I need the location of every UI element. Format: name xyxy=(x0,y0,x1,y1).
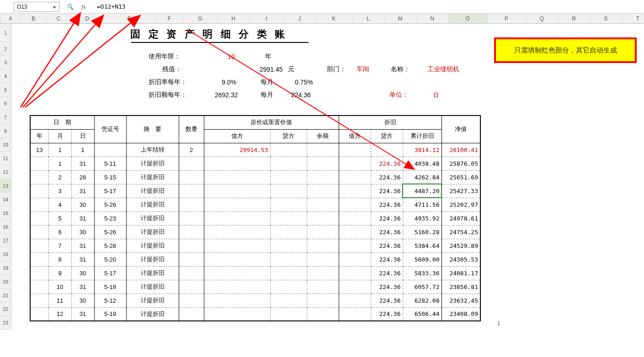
cell-bal[interactable] xyxy=(307,170,339,184)
column-header-I[interactable]: I xyxy=(250,14,284,23)
cell-m[interactable]: 5 xyxy=(48,211,71,225)
cell-v[interactable]: 5-26 xyxy=(94,198,126,211)
cell-q[interactable] xyxy=(179,266,204,280)
cell-dd[interactable] xyxy=(339,252,371,266)
column-header-K[interactable]: K xyxy=(316,14,352,23)
cell-v[interactable]: 5-12 xyxy=(94,294,126,307)
cell-cr[interactable] xyxy=(270,157,307,170)
cell-s[interactable]: 计提折旧 xyxy=(126,307,179,321)
cell-acc[interactable]: 4487.20 xyxy=(403,184,442,198)
cell-m[interactable]: 3 xyxy=(48,184,71,198)
cell-bal[interactable] xyxy=(307,280,339,294)
cell-y[interactable] xyxy=(30,280,48,294)
cell-d[interactable]: 30 xyxy=(71,225,94,239)
cell-m[interactable]: 2 xyxy=(48,170,71,184)
cell-db[interactable] xyxy=(204,157,270,170)
cell-acc[interactable]: 3814.12 xyxy=(403,143,442,157)
cell-dc[interactable]: 224.36 xyxy=(371,198,403,211)
column-header-N[interactable]: N xyxy=(416,14,448,23)
cell-bal[interactable] xyxy=(307,294,339,307)
cell-bal[interactable] xyxy=(307,266,339,280)
column-header-L[interactable]: L xyxy=(352,14,384,23)
cell-db[interactable] xyxy=(204,184,270,198)
cell-dd[interactable] xyxy=(339,198,371,211)
table-row[interactable]: 1315-11计提折旧224.364038.4825876.05 xyxy=(30,157,480,170)
cell-nv[interactable]: 25202.97 xyxy=(442,198,480,211)
cell-s[interactable]: 计提折旧 xyxy=(126,239,179,252)
row-header-1[interactable]: 1 xyxy=(0,24,11,42)
cell-acc[interactable]: 4262.84 xyxy=(403,170,442,184)
cell-q[interactable] xyxy=(179,307,204,321)
cell-nv[interactable]: 23408.09 xyxy=(442,307,480,321)
cell-q[interactable] xyxy=(179,157,204,170)
cell-bal[interactable] xyxy=(307,239,339,252)
cell-s[interactable]: 计提折旧 xyxy=(126,280,179,294)
cell-cr[interactable] xyxy=(270,280,307,294)
cell-v[interactable]: 5-28 xyxy=(94,239,126,252)
cell-cr[interactable] xyxy=(270,225,307,239)
cell-d[interactable]: 28 xyxy=(71,170,94,184)
cell-dd[interactable] xyxy=(339,225,371,239)
column-header-D[interactable]: D xyxy=(71,14,103,23)
cell-dc[interactable] xyxy=(371,143,403,157)
cell-bal[interactable] xyxy=(307,143,339,157)
cell-y[interactable] xyxy=(30,266,48,280)
cell-s[interactable]: 上年结转 xyxy=(126,143,179,157)
cell-y[interactable] xyxy=(30,170,48,184)
cell-y[interactable]: 13 xyxy=(30,143,48,157)
cell-acc[interactable]: 5160.28 xyxy=(403,225,442,239)
cell-q[interactable]: 2 xyxy=(179,143,204,157)
cell-db[interactable] xyxy=(204,266,270,280)
column-header-F[interactable]: F xyxy=(156,14,183,23)
cell-s[interactable]: 计提折旧 xyxy=(126,225,179,239)
cell-d[interactable]: 1 xyxy=(71,143,94,157)
cell-m[interactable]: 1 xyxy=(48,157,71,170)
table-row[interactable]: 8315-20计提折旧224.365609.0024305.53 xyxy=(30,252,480,266)
column-header-T[interactable]: T xyxy=(622,14,644,23)
cell-s[interactable]: 计提折旧 xyxy=(126,211,179,225)
column-header-G[interactable]: G xyxy=(183,14,218,23)
cell-nv[interactable]: 23632.45 xyxy=(442,294,480,307)
row-header-23[interactable]: 23 xyxy=(0,316,11,330)
cell-dd[interactable] xyxy=(339,294,371,307)
cell-cr[interactable] xyxy=(270,239,307,252)
cell-nv[interactable]: 25876.05 xyxy=(442,157,480,170)
cell-y[interactable] xyxy=(30,252,48,266)
row-header-12[interactable]: 12 xyxy=(0,165,11,179)
cell-dc[interactable]: 224.36 xyxy=(371,239,403,252)
cell-nv[interactable]: 24081.17 xyxy=(442,266,480,280)
cell-cr[interactable] xyxy=(270,211,307,225)
cell-dd[interactable] xyxy=(339,280,371,294)
cell-acc[interactable]: 6506.44 xyxy=(403,307,442,321)
row-header-18[interactable]: 18 xyxy=(0,247,11,261)
cell-nv[interactable]: 24754.25 xyxy=(442,225,480,239)
cell-v[interactable]: 5-15 xyxy=(94,170,126,184)
fx-icon[interactable]: fx xyxy=(80,3,88,11)
cell-dd[interactable] xyxy=(339,307,371,321)
cell-dd[interactable] xyxy=(339,211,371,225)
column-header-B[interactable]: B xyxy=(21,14,46,23)
cell-acc[interactable]: 6282.08 xyxy=(403,294,442,307)
cell-cr[interactable] xyxy=(270,198,307,211)
row-header-20[interactable]: 20 xyxy=(0,275,11,289)
cell-v[interactable]: 5-11 xyxy=(94,157,126,170)
cell-cr[interactable] xyxy=(270,143,307,157)
name-box[interactable]: O13 xyxy=(14,2,59,12)
column-header-M[interactable]: M xyxy=(384,14,416,23)
cell-dd[interactable] xyxy=(339,170,371,184)
cell-q[interactable] xyxy=(179,198,204,211)
cell-nv[interactable]: 23856.81 xyxy=(442,280,480,294)
cell-acc[interactable]: 4711.56 xyxy=(403,198,442,211)
cell-db[interactable] xyxy=(204,198,270,211)
cell-v[interactable]: 5-17 xyxy=(94,266,126,280)
zoom-icon[interactable]: 🔍 xyxy=(66,3,74,11)
cell-q[interactable] xyxy=(179,184,204,198)
cell-bal[interactable] xyxy=(307,184,339,198)
cell-db[interactable] xyxy=(204,252,270,266)
row-header-7[interactable]: 7 xyxy=(0,110,11,124)
column-header-E[interactable]: E xyxy=(103,14,156,23)
cell-cr[interactable] xyxy=(270,266,307,280)
cell-cr[interactable] xyxy=(270,294,307,307)
row-header-3[interactable]: 3 xyxy=(0,56,11,69)
cell-dc[interactable]: 224.36 xyxy=(371,225,403,239)
